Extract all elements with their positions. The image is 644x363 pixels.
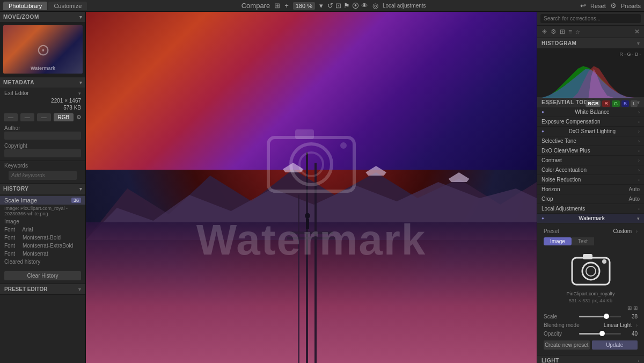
view-icon[interactable]: ⊞ <box>274 2 280 10</box>
flag-icon[interactable]: ⚑ <box>343 2 350 10</box>
svg-rect-20 <box>583 254 592 259</box>
move-zoom-expand-icon: ▾ <box>79 14 83 20</box>
cv-arrow: › <box>638 148 640 154</box>
history-item-1[interactable]: Font Arial <box>0 226 85 234</box>
history-header[interactable]: HISTORY ▾ <box>0 184 85 194</box>
history-item-5[interactable]: Cleared history <box>0 258 85 266</box>
reset-button[interactable]: Reset <box>590 3 606 9</box>
move-zoom-header[interactable]: MOVE/ZOOM ▾ <box>0 12 85 22</box>
tool-noise-reduction[interactable]: Noise Reduction › <box>537 175 644 185</box>
sl-bullet: ● <box>541 129 544 134</box>
search-input[interactable] <box>540 14 641 23</box>
image-size-value: 2201 × 1467 <box>51 98 81 104</box>
rgb-btn[interactable]: RGB <box>54 113 74 121</box>
ch-r-btn[interactable]: R <box>602 100 610 107</box>
copyright-input[interactable] <box>4 149 81 157</box>
tool-white-balance[interactable]: ● White Balance › <box>537 107 644 117</box>
wm-image-tab[interactable]: Image <box>544 237 572 245</box>
rotate-icon[interactable]: ↺ <box>327 2 333 10</box>
tool-color-accent[interactable]: Color Accentuation › <box>537 165 644 175</box>
tool-clearview[interactable]: DxO ClearView Plus › <box>537 146 644 156</box>
tab-customize[interactable]: Customize <box>48 2 87 10</box>
section-light[interactable]: LIGHT › <box>537 355 644 363</box>
ca-arrow: › <box>638 168 640 173</box>
minus-btn-2[interactable]: — <box>20 113 34 121</box>
add-keywords-placeholder[interactable]: Add keywords <box>9 171 77 180</box>
wm-scale-label: Scale <box>544 314 576 320</box>
scale-image-history-item[interactable]: Scale Image 36 <box>0 196 85 205</box>
wm-scale-thumb[interactable] <box>604 314 609 319</box>
wm-grid-dots[interactable]: ⊞ ⊞ <box>627 305 638 311</box>
wm-opacity-slider[interactable] <box>579 333 621 335</box>
zoom-level[interactable]: 180 % <box>293 2 315 10</box>
wm-text-tab[interactable]: Text <box>572 237 594 245</box>
ch-g-btn[interactable]: G <box>612 100 620 107</box>
preset-editor-header[interactable]: PRESET EDITOR ▾ <box>0 284 85 294</box>
local-adj-icon[interactable]: ◎ <box>372 2 378 10</box>
settings-small-icon[interactable]: ⚙ <box>76 114 82 121</box>
eye-icon[interactable]: 👁 <box>361 2 368 10</box>
preset-editor-label: PRESET EDITOR <box>4 286 47 292</box>
minus-btn-1[interactable]: — <box>4 113 18 121</box>
compare-button[interactable]: Compare <box>241 2 270 10</box>
tool-exposure[interactable]: Exposure Compensation › <box>537 117 644 127</box>
tool-smart-lighting[interactable]: ● DxO Smart Lighting › <box>537 127 644 136</box>
clear-history-button[interactable]: Clear History <box>4 271 81 280</box>
create-preset-btn[interactable]: Create new preset <box>544 340 590 350</box>
history-item-0[interactable]: Image <box>0 217 85 226</box>
history-expand-icon: ▾ <box>79 186 83 192</box>
histogram-area: R · G · B · ☽ ○ <box>537 48 644 97</box>
tool-watermark[interactable]: ● Watermark ▾ <box>537 214 644 223</box>
customize-label: Customize <box>54 3 82 9</box>
metadata-label: METADATA <box>3 79 34 85</box>
star-icon[interactable]: ☆ <box>575 29 580 35</box>
top-right-controls: ↩ Reset ⚙ Presets <box>580 2 641 10</box>
settings-icon[interactable]: ⚙ <box>610 2 617 10</box>
ch-rgb-btn[interactable]: RGB <box>586 100 601 107</box>
ch-b-btn[interactable]: B <box>621 100 629 107</box>
metadata-header[interactable]: METADATA ▾ <box>0 77 85 88</box>
photo-thumbnail[interactable]: ⊙ Watermark <box>3 25 83 74</box>
plus-icon[interactable]: + <box>284 2 289 10</box>
presets-button[interactable]: Presets <box>621 3 641 9</box>
close-icon-rp[interactable]: ✕ <box>634 28 640 35</box>
sun-icon[interactable]: ☀ <box>541 28 547 35</box>
wm-opacity-row: Opacity 40 <box>540 329 641 338</box>
grid-icon[interactable]: ⊞ <box>560 28 565 35</box>
zoom-dropdown-icon[interactable]: ▾ <box>319 2 323 10</box>
dock-posts <box>279 153 343 363</box>
history-list: Scale Image 36 Image: PicClipart.com_roy… <box>0 194 85 268</box>
wm-opacity-fill <box>579 333 602 335</box>
wm-opacity-thumb[interactable] <box>599 331 605 336</box>
tool-contrast[interactable]: Contrast › <box>537 156 644 165</box>
hist-sun-btn[interactable]: ○ <box>554 100 560 107</box>
gear-icon-rp[interactable]: ⚙ <box>551 28 557 35</box>
essential-tools-section: ESSENTIAL TOOLS ▾ ● White Balance › Expo… <box>537 97 644 355</box>
tool-selective-tone[interactable]: Selective Tone › <box>537 136 644 146</box>
tool-horizon[interactable]: Horizon Auto <box>537 185 644 194</box>
nr-arrow: › <box>638 177 640 183</box>
list-icon[interactable]: ≡ <box>568 28 572 35</box>
update-btn[interactable]: Update <box>592 340 638 350</box>
history-item-2[interactable]: Font Montserrat-Bold <box>0 234 85 242</box>
photo-library-label: PhotoLibrary <box>9 3 42 9</box>
svg-rect-10 <box>290 231 333 234</box>
right-panel: ☀ ⚙ ⊞ ≡ ☆ ✕ HISTOGRAM ▾ R · G · B · <box>537 12 644 363</box>
history-item-4[interactable]: Font Montserrat <box>0 250 85 258</box>
wm-blending-expand[interactable]: › <box>636 323 638 328</box>
ch-l-btn[interactable]: L <box>631 100 638 107</box>
tab-photo-library[interactable]: PhotoLibrary <box>3 2 47 10</box>
hist-moon-btn[interactable]: ☽ <box>544 100 552 107</box>
svg-rect-6 <box>314 163 317 363</box>
author-input[interactable] <box>4 132 81 140</box>
tool-local-adj[interactable]: Local Adjustments › <box>537 204 644 214</box>
minus-btn-3[interactable]: — <box>37 113 51 121</box>
wm-scale-slider[interactable] <box>579 316 621 317</box>
crop-icon[interactable]: ⊡ <box>335 2 341 10</box>
undo-icon[interactable]: ↩ <box>580 2 586 10</box>
color-picker-icon[interactable]: ⦿ <box>352 2 359 10</box>
local-adjustments-label: Local adjustments <box>383 3 426 9</box>
tool-crop[interactable]: Crop Auto <box>537 194 644 204</box>
keywords-label: Keywords <box>4 163 81 169</box>
history-item-3[interactable]: Font Montserrat-ExtraBold <box>0 242 85 250</box>
